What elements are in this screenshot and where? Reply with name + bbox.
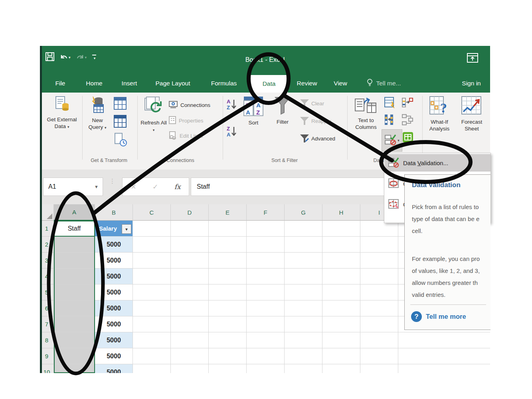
advanced-filter-button[interactable]: Advanced [300, 134, 335, 143]
cell-A10[interactable] [54, 364, 95, 373]
cell-D8[interactable] [171, 332, 209, 348]
properties-button[interactable]: Properties [168, 116, 204, 126]
cell-B10[interactable]: 5000 [95, 364, 133, 373]
row-header-1[interactable]: 1 [40, 221, 54, 237]
cell-D6[interactable] [171, 300, 209, 316]
consolidate-icon[interactable] [401, 97, 414, 110]
column-header-G[interactable]: G [285, 204, 322, 221]
remove-duplicates-icon[interactable] [384, 114, 396, 127]
relationships-icon[interactable] [401, 114, 414, 127]
cell-H3[interactable] [322, 253, 360, 269]
confirm-entry-icon[interactable]: ✓ [152, 183, 158, 191]
cell-E2[interactable] [209, 237, 247, 253]
sort-descending-button[interactable]: ZA [226, 125, 238, 139]
cancel-entry-icon[interactable]: ✕ [131, 183, 136, 191]
insert-function-icon[interactable]: fx [174, 183, 181, 191]
cell-I6[interactable] [360, 300, 398, 316]
row-header-10[interactable]: 10 [40, 364, 54, 373]
cell-C3[interactable] [133, 253, 171, 269]
sign-in-button[interactable]: Sign in [457, 74, 485, 93]
cell-B1[interactable]: Salary▾ [95, 221, 133, 237]
select-all-corner[interactable] [40, 204, 54, 221]
cell-G7[interactable] [285, 316, 322, 332]
cell-F6[interactable] [247, 300, 285, 316]
cell-B6[interactable]: 5000 [95, 300, 133, 316]
cell-H2[interactable] [322, 237, 360, 253]
recent-sources-icon[interactable] [113, 132, 128, 148]
cell-B8[interactable]: 5000 [95, 332, 133, 348]
cell-E10[interactable] [209, 364, 247, 373]
cell-E7[interactable] [209, 316, 247, 332]
column-header-A[interactable]: A [54, 204, 95, 221]
sort-ascending-button[interactable]: AZ [226, 98, 238, 112]
cell-H1[interactable] [322, 221, 360, 237]
refresh-all-button[interactable]: Refresh All ▾ [140, 96, 167, 134]
row-header-6[interactable]: 6 [40, 300, 54, 316]
cell-D3[interactable] [171, 253, 209, 269]
cell-E6[interactable] [209, 300, 247, 316]
cell-B4[interactable]: 5000 [95, 269, 133, 284]
cell-B9[interactable]: 5000 [95, 348, 133, 364]
cell-D1[interactable] [171, 221, 209, 237]
row-header-2[interactable]: 2 [40, 237, 54, 253]
cell-C4[interactable] [133, 269, 171, 284]
sort-button[interactable]: ZAAZ Sort [241, 96, 266, 126]
tab-review[interactable]: Review [291, 74, 323, 93]
ribbon-display-options-icon[interactable] [467, 53, 478, 64]
get-external-data-button[interactable]: Get External Data ▾ [43, 96, 81, 130]
cell-I7[interactable] [360, 316, 398, 332]
cell-C9[interactable] [133, 348, 171, 364]
cell-E5[interactable] [209, 284, 247, 300]
column-header-H[interactable]: H [322, 204, 360, 221]
tab-data[interactable]: Data [250, 75, 288, 93]
tab-file[interactable]: File [48, 74, 73, 93]
cell-A7[interactable] [54, 316, 95, 332]
cell-D7[interactable] [171, 316, 209, 332]
cell-E4[interactable] [209, 269, 247, 284]
cell-G8[interactable] [285, 332, 322, 348]
what-if-analysis-button[interactable]: ? What-If Analysis [425, 96, 454, 132]
row-header-4[interactable]: 4 [40, 269, 54, 284]
tab-view[interactable]: View [328, 74, 353, 93]
tab-insert[interactable]: Insert [116, 74, 143, 93]
cell-E3[interactable] [209, 253, 247, 269]
cell-I9[interactable] [360, 348, 398, 364]
column-header-E[interactable]: E [209, 204, 247, 221]
cell-G2[interactable] [285, 237, 322, 253]
row-header-5[interactable]: 5 [40, 284, 54, 300]
cell-A3[interactable] [54, 253, 95, 269]
cell-F4[interactable] [247, 269, 285, 284]
row-header-3[interactable]: 3 [40, 253, 54, 269]
cell-A1[interactable]: Staff [54, 221, 95, 237]
cell-D10[interactable] [171, 364, 209, 373]
cell-B3[interactable]: 5000 [95, 253, 133, 269]
column-header-D[interactable]: D [171, 204, 209, 221]
column-header-C[interactable]: C [133, 204, 171, 221]
tab-home[interactable]: Home [80, 74, 109, 93]
cell-E1[interactable] [209, 221, 247, 237]
cell-I2[interactable] [360, 237, 398, 253]
cell-G5[interactable] [285, 284, 322, 300]
cell-C2[interactable] [133, 237, 171, 253]
cell-G6[interactable] [285, 300, 322, 316]
edit-links-button[interactable]: Edit Links [168, 131, 203, 141]
cell-A9[interactable] [54, 348, 95, 364]
reapply-filter-button[interactable]: Reapply [300, 117, 331, 125]
cell-G3[interactable] [285, 253, 322, 269]
cell-F2[interactable] [247, 237, 285, 253]
cell-C1[interactable] [133, 221, 171, 237]
cell-I10[interactable] [360, 364, 398, 373]
new-query-button[interactable]: New Query ▾ [85, 96, 110, 131]
cell-H7[interactable] [322, 316, 360, 332]
tab-tell-me[interactable]: Tell me... [358, 74, 410, 93]
tab-page-layout[interactable]: Page Layout [149, 74, 196, 93]
cell-E8[interactable] [209, 332, 247, 348]
connections-button[interactable]: Connections [168, 101, 210, 110]
cell-H9[interactable] [322, 348, 360, 364]
cell-C6[interactable] [133, 300, 171, 316]
cell-B5[interactable]: 5000 [95, 284, 133, 300]
cell-C7[interactable] [133, 316, 171, 332]
cell-D4[interactable] [171, 269, 209, 284]
column-header-F[interactable]: F [247, 204, 285, 221]
cell-G9[interactable] [285, 348, 322, 364]
